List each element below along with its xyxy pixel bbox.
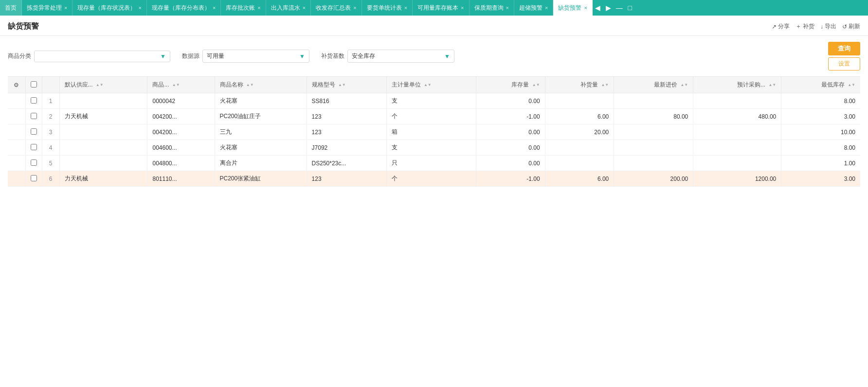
row-min-stock-4: 1.00 [781,156,860,171]
refresh-icon: ↺ [842,23,847,30]
sort-spec-icon: ▲▼ [338,83,346,87]
row-unit-2: 箱 [386,124,476,140]
tab-summary[interactable]: 收发存汇总表 × [311,0,362,16]
sort-stock-icon: ▲▼ [532,83,540,87]
tab-shelf-life[interactable]: 保质期查询 × [470,0,514,16]
filter-actions: 查询 设置 [828,42,860,70]
tab-requisition-stats[interactable]: 要货单统计表 × [362,0,413,16]
row-stock-3: 0.00 [476,140,545,156]
col-header-checkbox [25,77,42,93]
row-latest-price-0 [614,93,693,109]
row-replenish-qty-0 [545,93,614,109]
row-stock-1: -1.00 [476,109,545,124]
replenish-base-select[interactable]: 安全库存 ▼ [347,50,454,63]
tab-bar: 首页 拣货异常处理 × 现存量（库存状况表） × 现存量（库存分布表） × 库存… [0,0,868,16]
row-checkbox-5[interactable] [31,175,37,181]
col-header-settings[interactable]: ⚙ [8,77,25,93]
col-header-product-code[interactable]: 商品... ▲▼ [147,77,215,93]
tab-close-8[interactable]: × [461,5,464,11]
tab-overstock-warning[interactable]: 超储预警 × [514,0,553,16]
window-maximize-btn[interactable]: □ [625,0,635,16]
row-checkbox-3[interactable] [31,144,37,150]
col-header-supplier[interactable]: 默认供应... ▲▼ [59,77,147,93]
row-checkbox-1[interactable] [31,113,37,119]
select-all-checkbox[interactable] [31,81,37,88]
row-latest-price-4 [614,156,693,171]
col-header-stock[interactable]: 库存量 ▲▼ [476,77,545,93]
export-button[interactable]: ↓ 导出 [820,22,836,31]
col-header-latest-price[interactable]: 最新进价 ▲▼ [614,77,693,93]
row-unit-1: 个 [386,109,476,124]
settings-button[interactable]: 设置 [828,57,860,70]
col-header-min-stock[interactable]: 最低库存 ▲▼ [781,77,860,93]
sort-product-name-icon: ▲▼ [246,83,254,87]
replenish-button[interactable]: ＋ 补货 [796,22,814,31]
row-product-name-3: 火花塞 [215,140,307,156]
row-settings-cell [8,109,25,124]
category-filter-group: 商品分类 ▼ [8,51,170,62]
tab-close-2[interactable]: × [138,5,141,11]
col-header-product-name[interactable]: 商品名称 ▲▼ [215,77,307,93]
row-product-name-1: PC200油缸庄子 [215,109,307,124]
row-spec-4: DS250*23c... [307,156,386,171]
table-row: 6 力天机械 801110... PC200张紧油缸 123 个 -1.00 6… [8,171,860,187]
tab-available-ledger[interactable]: 可用量库存账本 × [413,0,469,16]
col-header-unit[interactable]: 主计量单位 ▲▼ [386,77,476,93]
col-header-estimated-purchase[interactable]: 预计采购... ▲▼ [693,77,781,93]
row-latest-price-5: 200.00 [614,171,693,187]
category-select[interactable]: ▼ [34,51,170,62]
row-estimated-purchase-0 [693,93,781,109]
table-header-row: ⚙ 默认供应... ▲▼ 商品... ▲▼ 商品名称 [8,77,860,93]
tab-picking-exception[interactable]: 拣货异常处理 × [22,0,72,16]
tab-home[interactable]: 首页 [0,0,22,16]
row-supplier-1: 力天机械 [59,109,147,124]
tab-close-7[interactable]: × [404,5,407,11]
tab-current-stock-status[interactable]: 现存量（库存状况表） × [72,0,146,16]
row-spec-2: 123 [307,124,386,140]
row-checkbox-2[interactable] [31,128,37,135]
row-checkbox-4[interactable] [31,159,37,166]
main-content: 缺货预警 ↗ 分享 ＋ 补货 ↓ 导出 ↺ 刷新 商品分类 [0,16,868,387]
sort-min-stock-icon: ▲▼ [848,83,855,87]
tab-current-stock-distribution[interactable]: 现存量（库存分布表） × [147,0,221,16]
row-replenish-qty-5: 6.00 [545,171,614,187]
tab-close-10[interactable]: × [545,5,548,11]
row-estimated-purchase-3 [693,140,781,156]
share-button[interactable]: ↗ 分享 [772,22,790,31]
tab-batch-account[interactable]: 库存批次账 × [221,0,266,16]
tab-close-5[interactable]: × [303,5,306,11]
row-min-stock-5: 3.00 [781,171,860,187]
row-supplier-3 [59,140,147,156]
tab-close-6[interactable]: × [353,5,356,11]
tab-close-11[interactable]: × [584,5,587,11]
tab-close-1[interactable]: × [64,5,67,11]
tab-stockout-warning[interactable]: 缺货预警 × [553,0,592,16]
col-header-replenish-qty[interactable]: 补货量 ▲▼ [545,77,614,93]
tab-close-9[interactable]: × [506,5,509,11]
window-minimize-btn[interactable]: — [614,0,625,16]
table-row: 2 力天机械 004200... PC200油缸庄子 123 个 -1.00 6… [8,109,860,124]
row-settings-cell [8,140,25,156]
table-settings-icon[interactable]: ⚙ [14,82,19,88]
tab-close-3[interactable]: × [213,5,216,11]
row-index-2: 3 [42,124,59,140]
table-row: 5 004800... 离合片 DS250*23c... 只 0.00 1.00 [8,156,860,171]
row-replenish-qty-4 [545,156,614,171]
datasource-select[interactable]: 可用量 ▼ [202,50,309,63]
row-unit-3: 支 [386,140,476,156]
row-index-0: 1 [42,93,59,109]
tab-prev-btn[interactable]: ◀ [593,0,603,16]
row-supplier-5: 力天机械 [59,171,147,187]
col-header-spec[interactable]: 规格型号 ▲▼ [307,77,386,93]
row-checkbox-0[interactable] [31,97,37,104]
tab-next-btn[interactable]: ▶ [603,0,614,16]
refresh-button[interactable]: ↺ 刷新 [842,22,860,31]
replenish-base-label: 补货基数 [321,52,344,60]
tab-stock-flow[interactable]: 出入库流水 × [266,0,311,16]
row-estimated-purchase-5: 1200.00 [693,171,781,187]
query-button[interactable]: 查询 [828,42,860,55]
row-supplier-4 [59,156,147,171]
row-checkbox-cell [25,140,42,156]
tab-close-4[interactable]: × [257,5,260,11]
row-spec-1: 123 [307,109,386,124]
